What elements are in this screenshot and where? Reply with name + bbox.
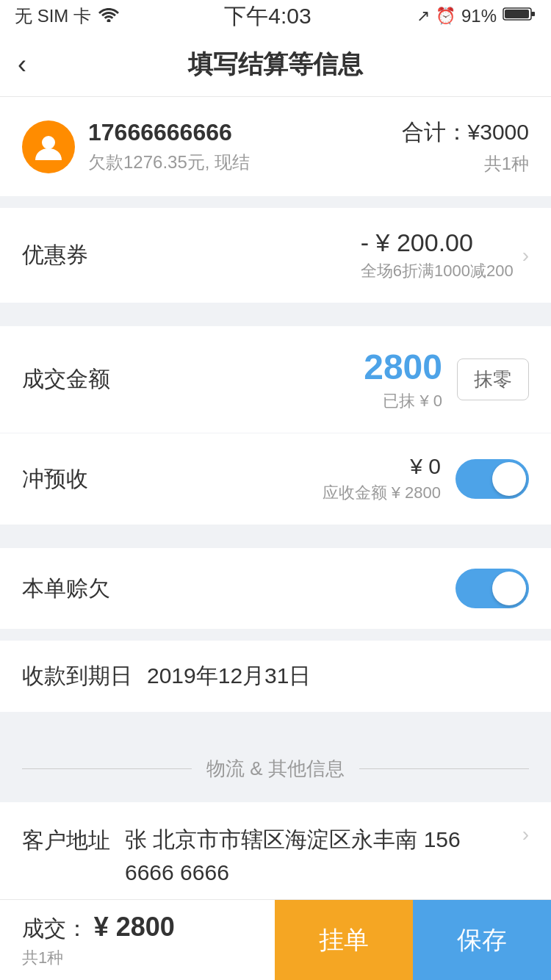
credit-row: 本单赊欠 xyxy=(0,548,551,629)
logistics-title: 物流 & 其他信息 xyxy=(206,756,345,782)
coupon-label: 优惠券 xyxy=(22,240,88,270)
bottom-count: 共1种 xyxy=(22,947,253,969)
section-divider-2 xyxy=(0,536,551,548)
customer-card: 17666666666 欠款1276.35元, 现结 合计：¥3000 共1种 xyxy=(0,97,551,196)
svg-rect-1 xyxy=(531,12,535,16)
prepay-value: ¥ 0 应收金额 ¥ 2800 xyxy=(323,454,441,504)
address-value: 张 北京市市辖区海淀区永丰南 156 6666 6666 xyxy=(125,823,508,889)
content: 17666666666 欠款1276.35元, 现结 合计：¥3000 共1种 … xyxy=(0,97,551,980)
round-button[interactable]: 抹零 xyxy=(457,359,529,400)
coupon-value-group: - ¥ 200.00 全场6折满1000减200 xyxy=(361,228,514,282)
customer-total: 合计：¥3000 共1种 xyxy=(402,118,529,176)
prepay-toggle[interactable] xyxy=(455,459,529,499)
status-left: 无 SIM 卡 xyxy=(15,4,119,28)
customer-phone: 17666666666 xyxy=(88,119,250,146)
prepay-number: ¥ 0 xyxy=(323,454,441,479)
prepay-right: ¥ 0 应收金额 ¥ 2800 xyxy=(323,454,529,504)
customer-debt: 欠款1276.35元, 现结 xyxy=(88,151,250,174)
bottom-summary: 成交： ¥ 2800 共1种 xyxy=(0,912,275,969)
section-divider-3 xyxy=(0,724,551,735)
amount-section: 成交金额 2800 已抹 ¥ 0 抹零 冲预收 ¥ 0 应收金额 ¥ 2800 xyxy=(0,326,551,525)
bottom-deal-row: 成交： ¥ 2800 xyxy=(22,912,253,944)
svg-point-3 xyxy=(42,136,55,149)
coupon-desc: 全场6折满1000减200 xyxy=(361,260,514,282)
avatar xyxy=(22,120,75,173)
amount-label: 成交金额 xyxy=(22,364,110,394)
wifi-icon xyxy=(98,6,119,26)
date-label: 收款到期日 xyxy=(22,661,132,691)
amount-row: 成交金额 2800 已抹 ¥ 0 抹零 xyxy=(0,326,551,433)
back-button[interactable]: ‹ xyxy=(18,49,26,80)
logistics-line-right xyxy=(359,768,529,769)
location-icon: ↗ xyxy=(417,7,430,26)
amount-right: 2800 已抹 ¥ 0 抹零 xyxy=(364,347,529,412)
date-row: 收款到期日 2019年12月31日 xyxy=(0,641,551,712)
bottom-bar: 成交： ¥ 2800 共1种 挂单 保存 xyxy=(0,899,551,980)
credit-toggle-knob xyxy=(492,572,526,605)
amount-value: 2800 已抹 ¥ 0 xyxy=(364,347,442,412)
address-row[interactable]: 客户地址 张 北京市市辖区海淀区永丰南 156 6666 6666 › xyxy=(0,802,551,909)
alarm-icon: ⏰ xyxy=(436,7,455,26)
logistics-line-left xyxy=(22,768,192,769)
save-button[interactable]: 保存 xyxy=(413,900,551,981)
credit-toggle[interactable] xyxy=(455,569,529,608)
battery-label: 91% xyxy=(461,6,497,26)
prepay-row: 冲预收 ¥ 0 应收金额 ¥ 2800 xyxy=(0,433,551,525)
coupon-row[interactable]: 优惠券 - ¥ 200.00 全场6折满1000减200 › xyxy=(0,208,551,303)
hold-button[interactable]: 挂单 xyxy=(275,900,413,981)
credit-label: 本单赊欠 xyxy=(22,574,110,604)
prepay-sub: 应收金额 ¥ 2800 xyxy=(323,482,441,504)
date-value: 2019年12月31日 xyxy=(147,661,311,691)
address-label: 客户地址 xyxy=(22,823,110,856)
coupon-discount: - ¥ 200.00 xyxy=(361,228,514,257)
amount-sub: 已抹 ¥ 0 xyxy=(364,390,442,412)
section-divider-1 xyxy=(0,314,551,326)
no-sim-label: 无 SIM 卡 xyxy=(15,4,91,28)
total-amount: 合计：¥3000 xyxy=(402,118,529,148)
prepay-label: 冲预收 xyxy=(22,464,88,494)
status-right: ↗ ⏰ 91% xyxy=(417,5,536,27)
nav-bar: ‹ 填写结算等信息 xyxy=(0,32,551,97)
bottom-deal-amount: ¥ 2800 xyxy=(94,912,175,942)
customer-left: 17666666666 欠款1276.35元, 现结 xyxy=(22,119,250,174)
customer-info: 17666666666 欠款1276.35元, 现结 xyxy=(88,119,250,174)
logistics-header: 物流 & 其他信息 xyxy=(0,735,551,802)
status-bar: 无 SIM 卡 下午4:03 ↗ ⏰ 91% xyxy=(0,0,551,32)
bottom-deal-label: 成交： xyxy=(22,916,88,940)
svg-rect-2 xyxy=(505,10,529,18)
chevron-right-icon: › xyxy=(522,244,529,267)
toggle-knob xyxy=(492,462,526,496)
battery-icon xyxy=(503,5,536,27)
address-chevron-icon: › xyxy=(522,823,529,846)
total-count: 共1种 xyxy=(402,152,529,176)
amount-number: 2800 xyxy=(364,347,442,387)
coupon-right: - ¥ 200.00 全场6折满1000减200 › xyxy=(361,228,529,282)
nav-title: 填写结算等信息 xyxy=(188,48,363,82)
status-time: 下午4:03 xyxy=(224,1,311,32)
